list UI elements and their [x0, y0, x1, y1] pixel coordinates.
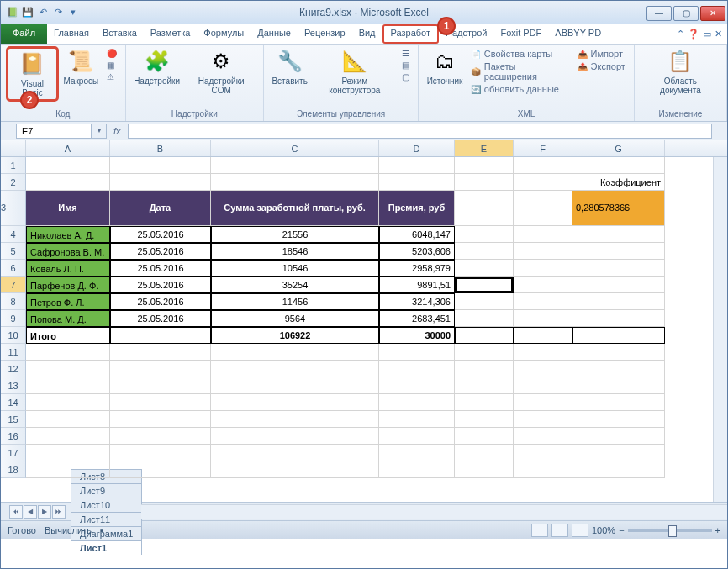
cell-salary[interactable]: 18546: [211, 243, 379, 260]
run-dialog-button[interactable]: ▢: [400, 71, 411, 82]
tab-developer[interactable]: Разработ: [382, 24, 439, 44]
view-layout-button[interactable]: [551, 524, 568, 537]
row-header[interactable]: 12: [1, 361, 26, 377]
document-panel-button[interactable]: 📋Область документа: [640, 46, 721, 97]
window-controls-icon[interactable]: ▭: [703, 29, 711, 40]
name-box[interactable]: E7: [16, 124, 92, 139]
cell-name[interactable]: Петров Ф. Л.: [26, 293, 110, 310]
row-header[interactable]: 2: [1, 174, 26, 191]
row-header[interactable]: 11: [1, 344, 26, 361]
coef-value[interactable]: 0,280578366: [572, 191, 665, 226]
macro-security-button[interactable]: ⚠: [105, 71, 119, 82]
formula-bar[interactable]: [128, 124, 712, 139]
cell-salary[interactable]: 35254: [211, 277, 379, 293]
source-button[interactable]: 🗂Источник: [424, 46, 466, 87]
sheet-nav-last[interactable]: ⏭: [52, 505, 66, 519]
row-header[interactable]: 5: [1, 243, 26, 260]
record-macro-button[interactable]: 🔴: [105, 48, 119, 59]
cell-salary[interactable]: 10546: [211, 260, 379, 277]
cell-date[interactable]: 25.05.2016: [110, 310, 211, 327]
relative-ref-button[interactable]: ▦: [105, 60, 119, 71]
cell-bonus[interactable]: 3214,306: [379, 293, 455, 310]
save-icon[interactable]: 💾: [21, 6, 34, 19]
header-bonus[interactable]: Премия, руб: [379, 191, 455, 226]
row-header[interactable]: 8: [1, 293, 26, 310]
cell-date[interactable]: 25.05.2016: [110, 277, 211, 293]
cell-bonus[interactable]: 2958,979: [379, 260, 455, 277]
cell-date[interactable]: 25.05.2016: [110, 243, 211, 260]
col-header-g[interactable]: G: [572, 140, 665, 156]
row-header[interactable]: 13: [1, 377, 26, 394]
vertical-scrollbar[interactable]: [713, 157, 727, 502]
macro-record-icon[interactable]: ▪: [100, 525, 103, 535]
row-header[interactable]: 7: [1, 277, 26, 293]
total-label[interactable]: Итого: [26, 327, 110, 344]
total-salary[interactable]: 106922: [211, 327, 379, 344]
maximize-button[interactable]: ▢: [673, 6, 699, 21]
tab-abbyy[interactable]: ABBYY PD: [548, 24, 608, 44]
sheet-tab-active[interactable]: Лист1: [71, 540, 142, 555]
col-header-e[interactable]: E: [455, 140, 514, 156]
col-header-d[interactable]: D: [379, 140, 455, 156]
select-all-corner[interactable]: [1, 140, 26, 156]
export-button[interactable]: 📤 Экспорт: [576, 61, 627, 72]
zoom-slider[interactable]: [628, 529, 712, 532]
cell-date[interactable]: 25.05.2016: [110, 226, 211, 243]
col-header-c[interactable]: C: [211, 140, 379, 156]
cell-bonus[interactable]: 6048,147: [379, 226, 455, 243]
view-normal-button[interactable]: [531, 524, 548, 537]
row-header[interactable]: 15: [1, 411, 26, 428]
zoom-level[interactable]: 100%: [592, 525, 615, 535]
import-button[interactable]: 📥 Импорт: [576, 48, 627, 60]
undo-icon[interactable]: ↶: [36, 6, 50, 19]
zoom-in-button[interactable]: +: [715, 525, 720, 535]
design-mode-button[interactable]: 📐Режим конструктора: [312, 46, 397, 97]
row-header[interactable]: 9: [1, 310, 26, 327]
cell[interactable]: [455, 310, 514, 327]
cell-date[interactable]: 25.05.2016: [110, 293, 211, 310]
cell-name[interactable]: Попова М. Д.: [26, 310, 110, 327]
view-pagebreak-button[interactable]: [572, 524, 588, 537]
expansion-packs-button[interactable]: 📦 Пакеты расширения: [469, 61, 571, 82]
qat-dropdown-icon[interactable]: ▾: [66, 6, 80, 19]
cell-name[interactable]: Парфенов Д. Ф.: [26, 277, 110, 293]
cell-date[interactable]: 25.05.2016: [110, 260, 211, 277]
coef-label[interactable]: Коэффициент: [572, 174, 665, 191]
fx-label[interactable]: fx: [107, 126, 128, 136]
tab-review[interactable]: Рецензир: [298, 24, 352, 44]
view-code-button[interactable]: ▤: [400, 60, 411, 71]
mdi-close-icon[interactable]: ✕: [715, 29, 722, 40]
tab-home[interactable]: Главная: [47, 24, 96, 44]
cell-salary[interactable]: 11456: [211, 293, 379, 310]
col-header-b[interactable]: B: [110, 140, 211, 156]
cell-name[interactable]: Сафронова В. М.: [26, 243, 110, 260]
help-icon[interactable]: ❓: [688, 29, 699, 40]
row-header[interactable]: 3: [1, 191, 26, 226]
cell-bonus[interactable]: 2683,451: [379, 310, 455, 327]
row-header[interactable]: 16: [1, 428, 26, 445]
row-header[interactable]: 6: [1, 260, 26, 277]
sheet-tab[interactable]: Лист11: [71, 512, 142, 526]
cell-salary[interactable]: 21556: [211, 226, 379, 243]
tab-file[interactable]: Файл: [1, 24, 47, 44]
addins-button[interactable]: 🧩Надстройки: [131, 46, 183, 87]
horizontal-scrollbar[interactable]: [141, 504, 727, 519]
tab-view[interactable]: Вид: [352, 24, 382, 44]
cell[interactable]: [455, 293, 514, 310]
row-header[interactable]: 10: [1, 327, 26, 344]
cell-name[interactable]: Николаев А. Д.: [26, 226, 110, 243]
header-date[interactable]: Дата: [110, 191, 211, 226]
tab-data[interactable]: Данные: [251, 24, 298, 44]
tab-formulas[interactable]: Формулы: [197, 24, 251, 44]
cell[interactable]: [455, 226, 514, 243]
minimize-ribbon-icon[interactable]: ⌃: [677, 29, 684, 40]
cell[interactable]: [455, 260, 514, 277]
col-header-f[interactable]: F: [514, 140, 572, 156]
tab-layout[interactable]: Разметка: [144, 24, 198, 44]
cell-bonus[interactable]: 5203,606: [379, 243, 455, 260]
sheet-nav-next[interactable]: ▶: [38, 505, 51, 519]
row-header[interactable]: 1: [1, 157, 26, 174]
row-header[interactable]: 4: [1, 226, 26, 243]
redo-icon[interactable]: ↷: [51, 6, 65, 19]
cell[interactable]: [455, 277, 514, 293]
